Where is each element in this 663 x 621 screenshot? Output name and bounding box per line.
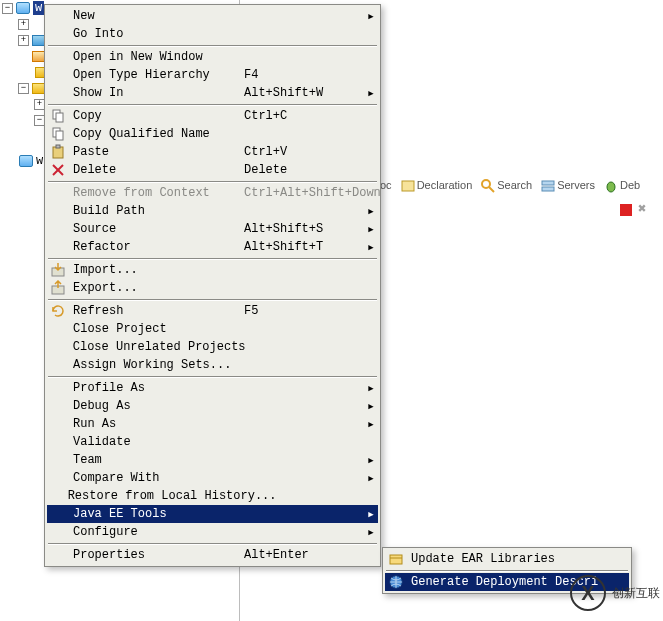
svg-point-1 — [482, 180, 490, 188]
menu-accel: F4 — [244, 68, 364, 82]
view-tabs: oc Declaration Search Servers Deb — [380, 178, 640, 192]
expand-icon[interactable]: + — [18, 35, 29, 46]
menu-label: Copy — [69, 109, 244, 123]
menu-label: Close Unrelated Projects — [69, 340, 246, 354]
delete-icon — [47, 162, 69, 178]
menu-label: Export... — [69, 281, 244, 295]
menu-label: Close Project — [69, 322, 244, 336]
tab-search[interactable]: Search — [480, 178, 532, 192]
submenu-arrow-icon: ▶ — [364, 383, 378, 394]
submenu-arrow-icon: ▶ — [364, 206, 378, 217]
menu-label: Open in New Window — [69, 50, 244, 64]
menu-accel: Ctrl+V — [244, 145, 364, 159]
svg-rect-16 — [390, 555, 402, 564]
menu-item-profile-as[interactable]: Profile As ▶ — [47, 379, 378, 397]
submenu-item-update-ear[interactable]: Update EAR Libraries — [385, 550, 629, 568]
watermark-text: 创新互联 — [612, 585, 660, 602]
tree-root-label: w — [33, 1, 44, 15]
menu-label: Source — [69, 222, 244, 236]
menu-label: Delete — [69, 163, 244, 177]
menu-item-assign-working-sets[interactable]: Assign Working Sets... — [47, 356, 378, 374]
watermark: X 创新互联 — [570, 575, 660, 611]
menu-label: Remove from Context — [69, 186, 244, 200]
menu-item-run-as[interactable]: Run As ▶ — [47, 415, 378, 433]
remove-icon[interactable]: ✖ — [638, 204, 650, 216]
menu-item-java-ee-tools[interactable]: Java EE Tools ▶ — [47, 505, 378, 523]
menu-item-close-project[interactable]: Close Project — [47, 320, 378, 338]
menu-label: Refactor — [69, 240, 244, 254]
menu-label: Go Into — [69, 27, 244, 41]
console-toolbar: ✖ — [620, 204, 650, 216]
tab-label: Search — [497, 179, 532, 191]
menu-item-new[interactable]: New ▶ — [47, 7, 378, 25]
tab-label: Deb — [620, 179, 640, 191]
menu-label: Run As — [69, 417, 244, 431]
menu-item-remove-context: Remove from Context Ctrl+Alt+Shift+Down — [47, 184, 378, 202]
svg-rect-4 — [542, 187, 554, 191]
menu-item-copy[interactable]: Copy Ctrl+C — [47, 107, 378, 125]
menu-item-restore-history[interactable]: Restore from Local History... — [47, 487, 378, 505]
menu-label: Compare With — [69, 471, 244, 485]
menu-item-copy-qualified-name[interactable]: Copy Qualified Name — [47, 125, 378, 143]
menu-item-import[interactable]: Import... — [47, 261, 378, 279]
menu-separator — [48, 181, 377, 182]
copy-icon — [47, 126, 69, 142]
submenu-arrow-icon: ▶ — [364, 242, 378, 253]
menu-item-refactor[interactable]: Refactor Alt+Shift+T ▶ — [47, 238, 378, 256]
submenu-arrow-icon: ▶ — [364, 401, 378, 412]
svg-rect-3 — [542, 181, 554, 185]
workspace-icon — [18, 153, 34, 169]
menu-item-close-unrelated[interactable]: Close Unrelated Projects — [47, 338, 378, 356]
menu-accel: Alt+Shift+T — [244, 240, 364, 254]
menu-label: Properties — [69, 548, 244, 562]
menu-separator — [48, 299, 377, 300]
collapse-icon[interactable]: − — [18, 83, 29, 94]
menu-item-refresh[interactable]: Refresh F5 — [47, 302, 378, 320]
menu-item-validate[interactable]: Validate — [47, 433, 378, 451]
svg-line-2 — [489, 187, 494, 192]
tab-servers[interactable]: Servers — [540, 178, 595, 192]
tree-node-label: w — [36, 154, 43, 168]
menu-accel: Ctrl+Alt+Shift+Down — [244, 186, 364, 200]
paste-icon — [47, 144, 69, 160]
menu-item-compare-with[interactable]: Compare With ▶ — [47, 469, 378, 487]
menu-item-go-into[interactable]: Go Into — [47, 25, 378, 43]
menu-label: Team — [69, 453, 244, 467]
menu-label: Configure — [69, 525, 244, 539]
menu-label: Show In — [69, 86, 244, 100]
menu-label: New — [69, 9, 244, 23]
svg-point-5 — [607, 182, 615, 192]
watermark-logo-icon: X — [570, 575, 606, 611]
menu-item-delete[interactable]: Delete Delete — [47, 161, 378, 179]
menu-item-build-path[interactable]: Build Path ▶ — [47, 202, 378, 220]
submenu-arrow-icon: ▶ — [364, 473, 378, 484]
menu-item-show-in[interactable]: Show In Alt+Shift+W ▶ — [47, 84, 378, 102]
expand-icon[interactable]: + — [18, 19, 29, 30]
refresh-icon — [47, 303, 69, 319]
tab-label: Servers — [557, 179, 595, 191]
menu-accel: F5 — [244, 304, 364, 318]
menu-item-team[interactable]: Team ▶ — [47, 451, 378, 469]
menu-item-open-type-hierarchy[interactable]: Open Type Hierarchy F4 — [47, 66, 378, 84]
menu-item-export[interactable]: Export... — [47, 279, 378, 297]
tab-javadoc[interactable]: oc — [380, 178, 392, 192]
tab-declaration[interactable]: Declaration — [400, 178, 473, 192]
menu-label: Debug As — [69, 399, 244, 413]
menu-item-source[interactable]: Source Alt+Shift+S ▶ — [47, 220, 378, 238]
tab-debug[interactable]: Deb — [603, 178, 640, 192]
menu-item-paste[interactable]: Paste Ctrl+V — [47, 143, 378, 161]
terminate-icon[interactable] — [620, 204, 632, 216]
menu-item-debug-as[interactable]: Debug As ▶ — [47, 397, 378, 415]
project-icon — [15, 0, 31, 16]
menu-item-properties[interactable]: Properties Alt+Enter — [47, 546, 378, 564]
menu-item-open-new-window[interactable]: Open in New Window — [47, 48, 378, 66]
menu-item-configure[interactable]: Configure ▶ — [47, 523, 378, 541]
submenu-arrow-icon: ▶ — [364, 11, 378, 22]
globe-icon — [385, 574, 407, 590]
collapse-icon[interactable]: − — [2, 3, 13, 14]
menu-accel: Delete — [244, 163, 364, 177]
svg-rect-11 — [56, 145, 60, 148]
tab-label: Declaration — [417, 179, 473, 191]
svg-rect-10 — [53, 147, 63, 158]
menu-label: Paste — [69, 145, 244, 159]
